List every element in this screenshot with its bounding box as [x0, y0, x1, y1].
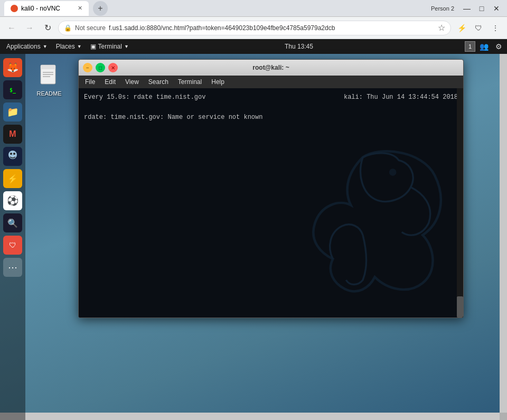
workspace-indicator[interactable]: 1 — [465, 41, 475, 52]
dock-kali-avatar[interactable] — [3, 147, 22, 166]
terminal-menu[interactable]: ▣ Terminal ▼ — [86, 42, 133, 51]
bookmark-icon[interactable]: ☆ — [438, 23, 445, 33]
terminal-close-button[interactable]: ✕ — [108, 63, 118, 72]
terminal-scrollbar-thumb[interactable] — [457, 296, 463, 318]
dock-firefox[interactable]: 🦊 — [3, 58, 22, 77]
vnc-area: Applications ▼ Places ▼ ▣ Terminal ▼ Thu… — [0, 39, 507, 420]
forward-button[interactable]: → — [22, 21, 37, 35]
places-arrow: ▼ — [77, 44, 82, 49]
terminal-menu-view[interactable]: View — [121, 77, 143, 87]
terminal-error-line: rdate: time.nist.gov: Name or service no… — [84, 113, 458, 122]
dock-terminal[interactable]: $_ — [3, 80, 22, 99]
dock-soccer[interactable]: ⚽ — [3, 191, 22, 210]
dock-burpsuite[interactable]: ⚡ — [3, 169, 22, 188]
shield-button[interactable]: 🛡 — [471, 21, 486, 35]
close-button[interactable]: ✕ — [490, 2, 503, 15]
places-menu[interactable]: Places ▼ — [52, 42, 86, 51]
terminal-menu-file[interactable]: File — [81, 77, 99, 87]
places-label: Places — [56, 43, 75, 50]
dock-more-apps[interactable]: ⋯ — [3, 258, 22, 277]
terminal-window: − □ ✕ root@kali: ~ File Edit View Search… — [78, 59, 464, 318]
terminal-menu-terminal[interactable]: Terminal — [174, 77, 206, 87]
terminal-icon-small: ▣ — [90, 43, 96, 50]
terminal-title: root@kali: ~ — [118, 64, 424, 71]
terminal-titlebar: − □ ✕ root@kali: ~ — [79, 60, 463, 76]
maximize-button[interactable]: □ — [475, 2, 488, 15]
terminal-body[interactable]: Every 15.0s: rdate time.nist.gov kali: T… — [79, 88, 463, 318]
terminal-menu-help[interactable]: Help — [207, 77, 229, 87]
terminal-scrollbar-track[interactable] — [457, 88, 463, 318]
window-controls: — □ ✕ — [461, 2, 503, 15]
taskbar-time: Thu 13:45 — [133, 43, 465, 50]
kali-taskbar: Applications ▼ Places ▼ ▣ Terminal ▼ Thu… — [0, 39, 507, 54]
terminal-line-header: Every 15.0s: rdate time.nist.gov kali: T… — [84, 92, 458, 102]
extensions-button[interactable]: ⚡ — [454, 21, 469, 35]
browser-tab[interactable]: kali0 - noVNC ✕ — [4, 1, 89, 16]
readme-desktop-icon[interactable]: README — [31, 63, 68, 99]
readme-label: README — [36, 90, 61, 97]
terminal-menubar: File Edit View Search Terminal Help — [79, 76, 463, 88]
terminal-maximize-button[interactable]: □ — [96, 63, 105, 72]
browser-titlebar: kali0 - noVNC ✕ + Person 2 — □ ✕ — [0, 0, 507, 17]
svg-point-1 — [10, 153, 12, 155]
terminal-timestamp: kali: Thu Jun 14 13:44:54 2018 — [344, 92, 458, 102]
terminal-content[interactable]: Every 15.0s: rdate time.nist.gov kali: T… — [79, 88, 463, 318]
terminal-label: Terminal — [98, 43, 122, 50]
dock-metasploit[interactable]: M — [3, 125, 22, 144]
svg-point-2 — [13, 153, 15, 155]
security-icon: 🔒 — [64, 24, 72, 32]
terminal-window-buttons: − □ ✕ — [83, 63, 118, 72]
terminal-minimize-button[interactable]: − — [83, 63, 92, 72]
svg-rect-4 — [41, 65, 55, 69]
terminal-menu-search[interactable]: Search — [144, 77, 173, 87]
tab-favicon — [11, 5, 18, 12]
applications-menu[interactable]: Applications ▼ — [2, 42, 52, 51]
sidebar-dock: 🦊 $_ 📁 M ⚡ ⚽ 🔍 🛡 ⋯ — [0, 54, 25, 420]
terminal-watch-cmd: Every 15.0s: rdate time.nist.gov — [84, 92, 205, 102]
applications-label: Applications — [6, 43, 41, 50]
terminal-error-text: rdate: time.nist.gov: Name or service no… — [84, 114, 262, 121]
taskbar-right: 1 👥 ⚙ — [465, 40, 505, 53]
minimize-button[interactable]: — — [461, 2, 473, 15]
reload-button[interactable]: ↻ — [40, 21, 55, 35]
readme-icon — [37, 65, 61, 88]
dock-maltego[interactable]: 🔍 — [3, 213, 22, 232]
terminal-menu-edit[interactable]: Edit — [100, 77, 120, 87]
settings-icon[interactable]: ⚙ — [492, 40, 505, 53]
person-label: Person 2 — [431, 5, 454, 12]
new-tab-button[interactable]: + — [93, 1, 108, 16]
address-text: f.us1.sadd.io:8880/vnc.html?path=token=4… — [109, 24, 435, 32]
back-button[interactable]: ← — [4, 21, 19, 35]
vnc-hscrollbar[interactable] — [0, 413, 500, 420]
terminal-arrow: ▼ — [124, 44, 129, 49]
vnc-scrollbar-corner — [500, 413, 507, 420]
vnc-vscrollbar[interactable] — [500, 39, 507, 413]
toolbar-actions: ⚡ 🛡 ⋮ — [454, 21, 503, 35]
applications-arrow: ▼ — [43, 44, 48, 49]
tab-title: kali0 - noVNC — [21, 5, 60, 12]
dock-files[interactable]: 📁 — [3, 102, 22, 122]
dock-zaproxy[interactable]: 🛡 — [3, 236, 22, 255]
security-label: Not secure — [75, 24, 106, 32]
users-icon[interactable]: 👥 — [477, 40, 490, 53]
tab-close-button[interactable]: ✕ — [78, 5, 82, 12]
browser-toolbar: ← → ↻ 🔒 Not secure f.us1.sadd.io:8880/vn… — [0, 17, 507, 39]
address-bar[interactable]: 🔒 Not secure f.us1.sadd.io:8880/vnc.html… — [58, 21, 451, 35]
more-button[interactable]: ⋮ — [488, 21, 503, 35]
